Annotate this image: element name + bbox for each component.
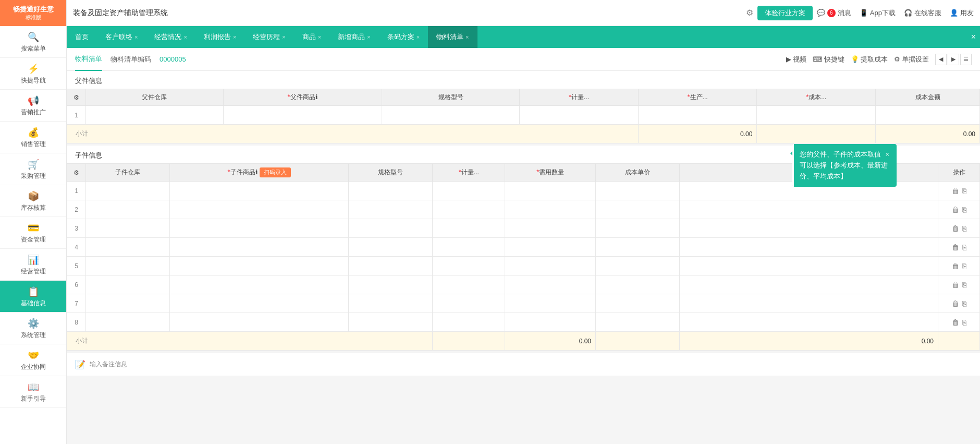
child-spec-7[interactable] <box>349 294 433 313</box>
child-qty-4[interactable] <box>505 238 596 257</box>
online-service-item[interactable]: 🎧 在线客服 <box>904 8 941 18</box>
copy-icon-2[interactable]: ⎘ <box>962 206 966 214</box>
child-amount-8[interactable] <box>680 313 938 332</box>
child-spec-6[interactable] <box>349 275 433 294</box>
child-unit-cost-5[interactable] <box>596 257 680 275</box>
nav-tab-close-all[interactable]: × <box>971 32 976 42</box>
tab-history[interactable]: 经营历程 × <box>244 26 293 48</box>
child-spec-3[interactable] <box>349 219 433 238</box>
sub-tab-bom[interactable]: 物料清单 <box>75 48 102 71</box>
child-amount-4[interactable] <box>680 238 938 257</box>
sidebar-item-marketing[interactable]: 📢 营销推广 <box>0 90 66 122</box>
child-warehouse-8[interactable] <box>86 313 170 332</box>
tab-bom[interactable]: 物料清单 × <box>428 26 477 48</box>
copy-icon-5[interactable]: ⎘ <box>962 262 966 270</box>
tab-new-goods[interactable]: 新增商品 × <box>329 26 378 48</box>
delete-icon-1[interactable]: 🗑 <box>952 187 959 195</box>
child-spec-1[interactable] <box>349 182 433 200</box>
child-goods-3[interactable] <box>170 219 349 238</box>
sidebar-item-enterprise[interactable]: 🤝 企业协同 <box>0 344 66 376</box>
th-gear-child[interactable]: ⚙ <box>67 164 86 182</box>
child-unit-cost-8[interactable] <box>596 313 680 332</box>
notes-text[interactable]: 输入备注信息 <box>90 360 127 369</box>
prev-arrow[interactable]: ◀ <box>935 54 947 65</box>
tab-customer-close[interactable]: × <box>134 34 138 40</box>
tab-barcode[interactable]: 条码方案 × <box>379 26 428 48</box>
child-warehouse-1[interactable] <box>86 182 170 200</box>
menu-arrow[interactable]: ☰ <box>960 54 972 65</box>
child-unit-7[interactable] <box>433 294 505 313</box>
copy-icon-1[interactable]: ⎘ <box>962 187 966 195</box>
tab-barcode-close[interactable]: × <box>416 34 420 40</box>
tab-customer[interactable]: 客户联络 × <box>97 26 146 48</box>
tab-goods-close[interactable]: × <box>318 34 321 40</box>
delete-icon-5[interactable]: 🗑 <box>952 262 959 270</box>
tab-operations[interactable]: 经营情况 × <box>146 26 195 48</box>
child-unit-cost-1[interactable] <box>596 182 680 200</box>
parent-goods-cell[interactable] <box>223 106 382 125</box>
parent-produce-cell[interactable] <box>638 106 757 125</box>
trial-button[interactable]: 体验行业方案 <box>757 6 813 20</box>
sidebar-item-purchase[interactable]: 🛒 采购管理 <box>0 153 66 185</box>
sidebar-item-search[interactable]: 🔍 搜索菜单 <box>0 26 66 58</box>
child-unit-8[interactable] <box>433 313 505 332</box>
child-qty-8[interactable] <box>505 313 596 332</box>
parent-spec-cell[interactable] <box>382 106 520 125</box>
parent-warehouse-cell[interactable] <box>86 106 224 125</box>
child-unit-cost-7[interactable] <box>596 294 680 313</box>
app-download-item[interactable]: 📱 App下载 <box>860 8 896 18</box>
child-unit-cost-2[interactable] <box>596 200 680 219</box>
child-amount-2[interactable] <box>680 200 938 219</box>
child-unit-1[interactable] <box>433 182 505 200</box>
child-warehouse-5[interactable] <box>86 257 170 275</box>
child-qty-5[interactable] <box>505 257 596 275</box>
tab-profit-close[interactable]: × <box>233 34 236 40</box>
delete-icon-3[interactable]: 🗑 <box>952 224 959 233</box>
tab-new-goods-close[interactable]: × <box>367 34 370 40</box>
child-unit-cost-6[interactable] <box>596 275 680 294</box>
child-warehouse-3[interactable] <box>86 219 170 238</box>
extract-cost-btn[interactable]: 💡 提取成本 <box>851 55 888 64</box>
child-spec-2[interactable] <box>349 200 433 219</box>
parent-cost-cell[interactable] <box>757 106 876 125</box>
settings-icon[interactable]: ⚙ <box>746 8 753 18</box>
child-qty-7[interactable] <box>505 294 596 313</box>
delete-icon-8[interactable]: 🗑 <box>952 318 959 327</box>
th-gear-parent[interactable]: ⚙ <box>67 89 86 106</box>
delete-icon-2[interactable]: 🗑 <box>952 206 959 214</box>
child-unit-4[interactable] <box>433 238 505 257</box>
child-warehouse-6[interactable] <box>86 275 170 294</box>
delete-icon-7[interactable]: 🗑 <box>952 299 959 308</box>
child-spec-4[interactable] <box>349 238 433 257</box>
sidebar-item-quick-nav[interactable]: ⚡ 快捷导航 <box>0 58 66 90</box>
child-amount-7[interactable] <box>680 294 938 313</box>
tab-goods[interactable]: 商品 × <box>294 26 329 48</box>
child-goods-8[interactable] <box>170 313 349 332</box>
tab-profit[interactable]: 利润报告 × <box>195 26 244 48</box>
child-goods-6[interactable] <box>170 275 349 294</box>
copy-icon-3[interactable]: ⎘ <box>962 224 966 233</box>
sidebar-item-basic-info[interactable]: 📋 基础信息 <box>0 281 66 313</box>
delete-icon-6[interactable]: 🗑 <box>952 281 959 289</box>
child-unit-6[interactable] <box>433 275 505 294</box>
sidebar-item-inventory[interactable]: 📦 库存核算 <box>0 185 66 217</box>
child-warehouse-7[interactable] <box>86 294 170 313</box>
child-qty-2[interactable] <box>505 200 596 219</box>
scan-btn[interactable]: 扫码录入 <box>260 167 291 177</box>
copy-icon-7[interactable]: ⎘ <box>962 299 966 308</box>
tab-history-close[interactable]: × <box>282 34 285 40</box>
child-qty-6[interactable] <box>505 275 596 294</box>
child-qty-1[interactable] <box>505 182 596 200</box>
child-goods-4[interactable] <box>170 238 349 257</box>
copy-icon-6[interactable]: ⎘ <box>962 281 966 289</box>
sidebar-item-operations[interactable]: 📊 经营管理 <box>0 249 66 281</box>
parent-unit-cell[interactable] <box>520 106 639 125</box>
message-item[interactable]: 💬 6 消息 <box>817 8 851 18</box>
child-unit-5[interactable] <box>433 257 505 275</box>
tab-home[interactable]: 首页 <box>67 26 97 48</box>
view-btn[interactable]: ▶ 视频 <box>786 55 806 64</box>
sidebar-item-sales[interactable]: 💰 销售管理 <box>0 122 66 153</box>
child-unit-cost-4[interactable] <box>596 238 680 257</box>
next-arrow[interactable]: ▶ <box>948 54 959 65</box>
tooltip-close-btn[interactable]: × <box>885 149 889 160</box>
